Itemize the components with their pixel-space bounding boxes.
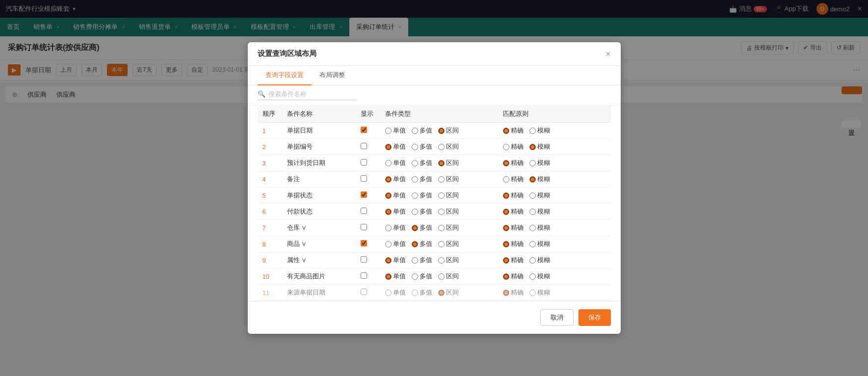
display-checkbox[interactable] xyxy=(361,191,367,198)
match-radio-精确[interactable]: 精确 xyxy=(503,191,524,200)
type-radio-多值[interactable]: 多值 xyxy=(412,256,432,265)
match-radio-模糊[interactable]: 模糊 xyxy=(529,240,550,248)
type-radio-单值[interactable]: 单值 xyxy=(385,256,406,265)
table-row: 7仓库 ∨单值多值区间精确模糊 xyxy=(258,220,611,236)
cell-name: 单据日期 xyxy=(282,123,356,139)
display-checkbox[interactable] xyxy=(361,127,367,133)
type-radio-多值[interactable]: 多值 xyxy=(412,207,432,216)
cell-type: 单值多值区间 xyxy=(380,155,498,171)
match-radio-精确[interactable]: 精确 xyxy=(503,175,524,184)
type-radio-区间[interactable]: 区间 xyxy=(438,223,459,232)
type-radio-区间[interactable]: 区间 xyxy=(438,207,459,216)
type-radio-区间[interactable]: 区间 xyxy=(438,142,459,151)
search-box: 🔍 xyxy=(258,90,356,100)
cell-match: 精确模糊 xyxy=(498,155,611,171)
type-radio-单值[interactable]: 单值 xyxy=(385,272,406,281)
display-checkbox[interactable] xyxy=(361,289,367,295)
match-radio-模糊[interactable]: 模糊 xyxy=(529,159,550,167)
cancel-button[interactable]: 取消 xyxy=(540,309,574,326)
display-checkbox[interactable] xyxy=(361,224,367,230)
type-radio-单值[interactable]: 单值 xyxy=(385,288,406,297)
type-radio-区间[interactable]: 区间 xyxy=(438,126,459,135)
type-radio-区间[interactable]: 区间 xyxy=(438,240,459,248)
table-row: 8商品 ∨单值多值区间精确模糊 xyxy=(258,236,611,252)
cell-match: 精确模糊 xyxy=(498,171,611,188)
cell-match: 精确模糊 xyxy=(498,285,611,301)
cell-order: 8 xyxy=(258,236,282,252)
type-radio-单值[interactable]: 单值 xyxy=(385,126,406,135)
match-radio-精确[interactable]: 精确 xyxy=(503,207,524,216)
match-radio-模糊[interactable]: 模糊 xyxy=(529,142,550,151)
type-radio-区间[interactable]: 区间 xyxy=(438,191,459,200)
cell-match: 精确模糊 xyxy=(498,204,611,220)
type-radio-单值[interactable]: 单值 xyxy=(385,223,406,232)
match-radio-模糊[interactable]: 模糊 xyxy=(529,223,550,232)
display-checkbox[interactable] xyxy=(361,159,367,165)
match-radio-模糊[interactable]: 模糊 xyxy=(529,175,550,184)
cell-name: 仓库 ∨ xyxy=(282,220,356,236)
tab-layout-adjust[interactable]: 布局调整 xyxy=(312,66,353,85)
type-radio-多值[interactable]: 多值 xyxy=(412,159,432,167)
cell-type: 单值多值区间 xyxy=(380,285,498,301)
match-radio-模糊[interactable]: 模糊 xyxy=(529,272,550,281)
cell-order: 10 xyxy=(258,269,282,285)
type-radio-单值[interactable]: 单值 xyxy=(385,240,406,248)
type-radio-多值[interactable]: 多值 xyxy=(412,272,432,281)
match-radio-精确[interactable]: 精确 xyxy=(503,159,524,167)
tab-query-fields[interactable]: 查询字段设置 xyxy=(258,66,312,85)
type-radio-多值[interactable]: 多值 xyxy=(412,240,432,248)
conditions-table: 顺序 条件名称 显示 条件类型 匹配原则 1单据日期单值多值区间精确模糊2单据编… xyxy=(258,106,611,301)
type-radio-多值[interactable]: 多值 xyxy=(412,223,432,232)
display-checkbox[interactable] xyxy=(361,175,367,182)
match-radio-精确[interactable]: 精确 xyxy=(503,142,524,151)
match-radio-模糊[interactable]: 模糊 xyxy=(529,126,550,135)
cell-display xyxy=(356,269,380,285)
match-radio-精确[interactable]: 精确 xyxy=(503,126,524,135)
cell-order: 11 xyxy=(258,285,282,301)
cell-name: 来源单据日期 xyxy=(282,285,356,301)
type-radio-区间[interactable]: 区间 xyxy=(438,256,459,265)
type-radio-区间[interactable]: 区间 xyxy=(438,175,459,184)
type-radio-区间[interactable]: 区间 xyxy=(438,272,459,281)
search-input[interactable] xyxy=(268,90,347,98)
match-radio-模糊[interactable]: 模糊 xyxy=(529,288,550,297)
match-radio-模糊[interactable]: 模糊 xyxy=(529,207,550,216)
type-radio-多值[interactable]: 多值 xyxy=(412,191,432,200)
cell-display xyxy=(356,139,380,155)
th-type: 条件类型 xyxy=(380,106,498,123)
display-checkbox[interactable] xyxy=(361,256,367,263)
table-thead: 顺序 条件名称 显示 条件类型 匹配原则 xyxy=(258,106,611,123)
type-radio-区间[interactable]: 区间 xyxy=(438,288,459,297)
cell-match: 精确模糊 xyxy=(498,252,611,269)
type-radio-多值[interactable]: 多值 xyxy=(412,142,432,151)
type-radio-单值[interactable]: 单值 xyxy=(385,159,406,167)
modal-close-button[interactable]: × xyxy=(605,50,611,58)
cell-display xyxy=(356,204,380,220)
match-radio-精确[interactable]: 精确 xyxy=(503,272,524,281)
match-radio-精确[interactable]: 精确 xyxy=(503,223,524,232)
type-radio-多值[interactable]: 多值 xyxy=(412,175,432,184)
display-checkbox[interactable] xyxy=(361,208,367,214)
display-checkbox[interactable] xyxy=(361,240,367,246)
match-radio-精确[interactable]: 精确 xyxy=(503,240,524,248)
display-checkbox[interactable] xyxy=(361,143,367,149)
table-body: 1单据日期单值多值区间精确模糊2单据编号单值多值区间精确模糊3预计到货日期单值多… xyxy=(258,123,611,301)
cell-match: 精确模糊 xyxy=(498,220,611,236)
match-radio-模糊[interactable]: 模糊 xyxy=(529,191,550,200)
match-radio-模糊[interactable]: 模糊 xyxy=(529,256,550,265)
type-radio-单值[interactable]: 单值 xyxy=(385,207,406,216)
display-checkbox[interactable] xyxy=(361,272,367,279)
cell-display xyxy=(356,285,380,301)
type-radio-区间[interactable]: 区间 xyxy=(438,159,459,167)
match-radio-精确[interactable]: 精确 xyxy=(503,288,524,297)
type-radio-多值[interactable]: 多值 xyxy=(412,126,432,135)
cell-match: 精确模糊 xyxy=(498,269,611,285)
table-row: 4备注单值多值区间精确模糊 xyxy=(258,171,611,188)
match-radio-精确[interactable]: 精确 xyxy=(503,256,524,265)
type-radio-单值[interactable]: 单值 xyxy=(385,142,406,151)
save-button[interactable]: 保存 xyxy=(579,309,611,326)
type-radio-单值[interactable]: 单值 xyxy=(385,175,406,184)
cell-type: 单值多值区间 xyxy=(380,269,498,285)
type-radio-单值[interactable]: 单值 xyxy=(385,191,406,200)
type-radio-多值[interactable]: 多值 xyxy=(412,288,432,297)
